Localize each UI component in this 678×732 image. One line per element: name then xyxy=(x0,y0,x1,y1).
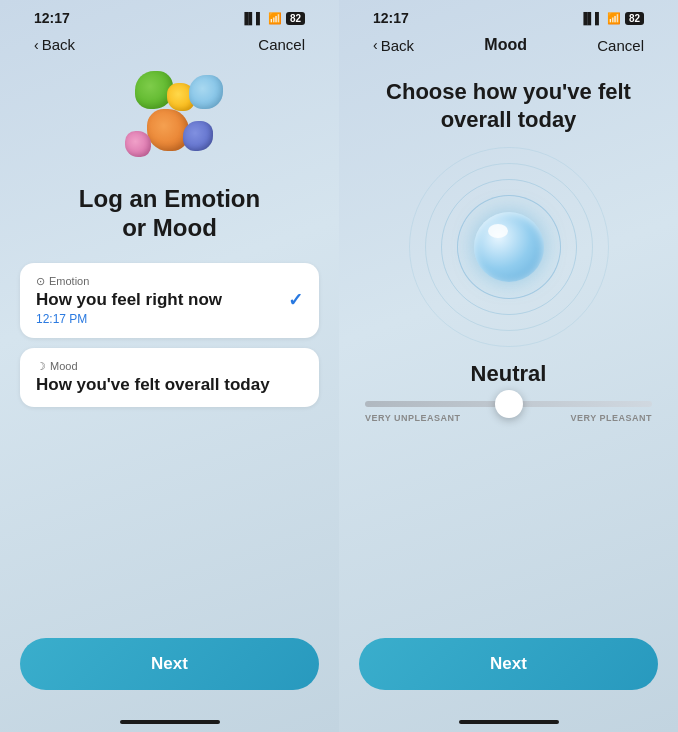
flower-orange xyxy=(147,109,189,151)
mood-option-card[interactable]: ☽ Mood How you've felt overall today xyxy=(20,348,319,407)
flower-pink xyxy=(125,131,151,157)
orb-highlight xyxy=(488,224,508,238)
status-icons-right: ▐▌▌ 📶 82 xyxy=(579,12,644,25)
mood-type-label: ☽ Mood xyxy=(36,360,270,373)
back-button-right[interactable]: ‹ Back xyxy=(373,37,414,54)
status-time-left: 12:17 xyxy=(34,10,70,26)
emotion-time: 12:17 PM xyxy=(36,312,222,326)
flowers-illustration xyxy=(105,71,235,171)
home-indicator-left xyxy=(120,720,220,724)
nav-bar-right: ‹ Back Mood Cancel xyxy=(359,30,658,62)
mood-label: Neutral xyxy=(471,361,547,387)
emotion-option-card[interactable]: ⊙ Emotion How you feel right now 12:17 P… xyxy=(20,263,319,338)
left-panel: 12:17 ▐▌▌ 📶 82 ‹ Back Cancel Log an Emot… xyxy=(0,0,339,732)
emotion-option-content: ⊙ Emotion How you feel right now 12:17 P… xyxy=(36,275,222,326)
back-label-left: Back xyxy=(42,36,75,53)
emotion-checkmark: ✓ xyxy=(288,289,303,311)
wifi-icon: 📶 xyxy=(268,12,282,25)
mood-option-content: ☽ Mood How you've felt overall today xyxy=(36,360,270,395)
flower-blue-light xyxy=(189,75,223,109)
orb-center xyxy=(474,212,544,282)
battery-badge-right: 82 xyxy=(625,12,644,25)
status-bar-left: 12:17 ▐▌▌ 📶 82 xyxy=(20,0,319,30)
choose-title: Choose how you've felt overall today xyxy=(359,78,658,133)
battery-badge-left: 82 xyxy=(286,12,305,25)
chevron-left-icon-right: ‹ xyxy=(373,37,378,53)
nav-title-right: Mood xyxy=(484,36,527,54)
status-icons-left: ▐▌▌ 📶 82 xyxy=(240,12,305,25)
slider-label-left: VERY UNPLEASANT xyxy=(365,413,461,423)
wifi-icon-right: 📶 xyxy=(607,12,621,25)
signal-icon-right: ▐▌▌ xyxy=(579,12,602,24)
chevron-left-icon: ‹ xyxy=(34,37,39,53)
mood-icon: ☽ xyxy=(36,360,46,373)
next-button-right[interactable]: Next xyxy=(359,638,658,690)
slider-thumb[interactable] xyxy=(495,390,523,418)
status-time-right: 12:17 xyxy=(373,10,409,26)
mood-orb-visualization xyxy=(409,147,609,347)
page-title-left: Log an Emotionor Mood xyxy=(79,185,260,243)
emotion-description: How you feel right now xyxy=(36,290,222,310)
back-button-left[interactable]: ‹ Back xyxy=(34,36,75,53)
slider-label-right: VERY PLEASANT xyxy=(570,413,652,423)
right-panel: 12:17 ▐▌▌ 📶 82 ‹ Back Mood Cancel Choose… xyxy=(339,0,678,732)
signal-icon: ▐▌▌ xyxy=(240,12,263,24)
mood-description: How you've felt overall today xyxy=(36,375,270,395)
options-container: ⊙ Emotion How you feel right now 12:17 P… xyxy=(20,263,319,408)
nav-bar-left: ‹ Back Cancel xyxy=(20,30,319,61)
slider-track[interactable] xyxy=(365,401,652,407)
emotion-icon: ⊙ xyxy=(36,275,45,288)
cancel-button-right[interactable]: Cancel xyxy=(597,37,644,54)
back-label-right: Back xyxy=(381,37,414,54)
emotion-type-label: ⊙ Emotion xyxy=(36,275,222,288)
flower-blue-dark xyxy=(183,121,213,151)
mood-slider-container: VERY UNPLEASANT VERY PLEASANT xyxy=(359,401,658,423)
home-indicator-right xyxy=(459,720,559,724)
next-button-left[interactable]: Next xyxy=(20,638,319,690)
cancel-button-left[interactable]: Cancel xyxy=(258,36,305,53)
status-bar-right: 12:17 ▐▌▌ 📶 82 xyxy=(359,0,658,30)
